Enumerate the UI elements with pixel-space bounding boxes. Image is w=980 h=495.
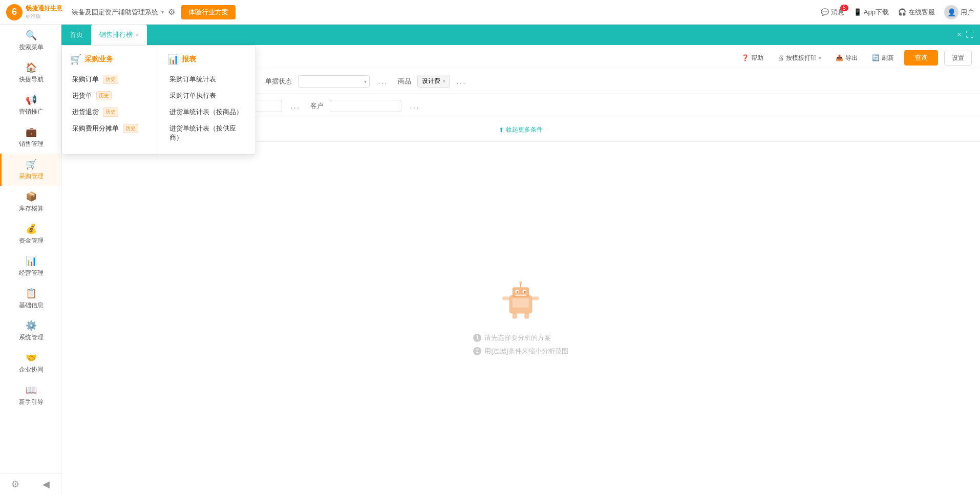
sidebar-bottom: ⚙ ◀	[0, 473, 61, 495]
tab-home[interactable]: 首页	[61, 25, 91, 45]
dropdown-item-receipt-stats-supplier[interactable]: 进货单统计表（按供应商）	[167, 120, 248, 146]
print-dropdown-arrow[interactable]: ▾	[819, 55, 821, 61]
empty-state-illustration	[498, 279, 544, 325]
collapse-label: 收起更多条件	[506, 125, 543, 134]
refresh-icon: 🔄	[872, 54, 880, 61]
query-button[interactable]: 查询	[904, 50, 938, 66]
guide-icon: 📖	[26, 384, 37, 396]
refresh-button[interactable]: 🔄 刷新	[868, 52, 898, 64]
history-tag-expense: 历史	[123, 124, 138, 133]
trial-button[interactable]: 体验行业方案	[181, 5, 236, 19]
svg-rect-12	[502, 296, 509, 300]
sidebar-item-label: 营销推广	[19, 107, 44, 116]
sidebar-item-nav[interactable]: 🏠 快捷导航	[0, 57, 61, 89]
dropdown-col-reports-header: 📊 报表	[167, 54, 248, 65]
tab-fullscreen-icon[interactable]: ⛶	[966, 30, 974, 39]
sidebar-item-purchase[interactable]: 🛒 采购管理	[0, 154, 61, 186]
settings-icon[interactable]: ⚙	[168, 7, 175, 17]
collapse-up-icon: ⬆	[499, 126, 504, 134]
tab-window-close-icon[interactable]: ×	[957, 30, 962, 39]
online-service-button[interactable]: 🎧 在线客服	[898, 8, 935, 17]
svg-rect-9	[513, 298, 529, 308]
empty-hint-2: 2 用[过滤]条件来缩小分析范围	[473, 345, 568, 358]
app-download-button[interactable]: 📱 App下载	[854, 8, 889, 17]
user-label: 用户	[961, 8, 974, 17]
phone-icon: 📱	[854, 8, 862, 16]
sidebar-item-marketing[interactable]: 📢 营销推广	[0, 89, 61, 121]
purchase-icon: 🛒	[26, 159, 37, 170]
marketing-icon: 📢	[26, 94, 37, 105]
basic-icon: 📋	[26, 288, 37, 299]
svg-point-5	[524, 291, 526, 293]
collapse-button[interactable]: ⬆ 收起更多条件	[499, 121, 543, 138]
svg-point-4	[517, 291, 519, 293]
enterprise-icon: 🤝	[26, 352, 37, 363]
tab-home-label: 首页	[70, 30, 83, 39]
dropdown-col-purchase-title: 采购业务	[84, 55, 113, 64]
refresh-label: 刷新	[882, 54, 894, 62]
tab-bar: 首页 销售排行榜 × × ⛶	[61, 25, 980, 45]
customer-select[interactable]	[330, 100, 401, 112]
avatar: 👤	[944, 5, 958, 19]
dropdown-item-purchase-return[interactable]: 进货退货 历史	[70, 104, 151, 120]
system-title-dropdown-arrow[interactable]: ▾	[161, 9, 164, 15]
message-button[interactable]: 💬 消息 5	[821, 8, 844, 17]
dropdown-item-purchase-expense[interactable]: 采购费用分摊单 历史	[70, 120, 151, 137]
sidebar-settings-icon[interactable]: ⚙	[11, 479, 19, 490]
svg-rect-6	[515, 295, 526, 296]
goods-tag-remove[interactable]: ×	[442, 78, 445, 84]
history-tag-return: 历史	[103, 107, 118, 117]
finance-icon: 💰	[26, 223, 37, 234]
export-button[interactable]: 📤 导出	[832, 52, 862, 64]
sidebar-item-search[interactable]: 🔍 搜索菜单	[0, 25, 61, 57]
tab-close-icon[interactable]: ×	[136, 32, 139, 38]
goods-dots[interactable]: ...	[456, 77, 466, 86]
customer-dots[interactable]: ...	[410, 101, 419, 111]
print-label: 按模板打印	[786, 54, 817, 62]
dropdown-item-order-execution[interactable]: 采购订单执行表	[167, 88, 248, 104]
empty-hint-1-text: 请先选择要分析的方案	[484, 331, 551, 345]
tab-sales-rank[interactable]: 销售排行榜 ×	[91, 25, 147, 45]
doc-status-label: 单据状态	[265, 77, 292, 86]
sidebar-item-label: 搜索菜单	[19, 43, 44, 52]
sidebar-collapse-icon[interactable]: ◀	[42, 479, 50, 490]
system-title-text: 装备及固定资产辅助管理系统	[72, 8, 158, 17]
sidebar: 🔍 搜索菜单 🏠 快捷导航 📢 营销推广 💼 销售管理 🛒 采购管理 📦 库存核…	[0, 25, 61, 495]
doc-status-dropdown-arrow: ▾	[364, 78, 367, 84]
message-icon: 💬	[821, 8, 829, 16]
settings-button[interactable]: 设置	[944, 51, 972, 66]
dropdown-item-receipt-stats-goods[interactable]: 进货单统计表（按商品）	[167, 104, 248, 120]
sidebar-item-label: 资金管理	[19, 236, 44, 245]
dropdown-item-label: 采购订单执行表	[169, 91, 216, 100]
help-icon: ❓	[741, 54, 749, 61]
doc-status-select[interactable]: ▾	[298, 75, 370, 88]
dropdown-item-purchase-order[interactable]: 采购订单 历史	[70, 71, 151, 88]
sidebar-item-enterprise[interactable]: 🤝 企业协同	[0, 347, 61, 379]
help-button[interactable]: ❓ 帮助	[737, 52, 768, 64]
dropdown-item-label: 进货退货	[72, 107, 99, 117]
sidebar-item-guide[interactable]: 📖 新手引导	[0, 379, 61, 412]
sidebar-item-label: 基础信息	[19, 301, 44, 310]
history-tag-receipt: 历史	[96, 91, 112, 100]
purchase-dropdown-menu: 🛒 采购业务 采购订单 历史 进货单 历史 进货退货 历史 采购费用分摊单 历史…	[61, 45, 256, 155]
salesman-dots[interactable]: ...	[290, 101, 300, 111]
sidebar-item-system[interactable]: ⚙️ 系统管理	[0, 315, 61, 347]
dropdown-col-reports: 📊 报表 采购订单统计表 采购订单执行表 进货单统计表（按商品） 进货单统计表（…	[159, 46, 256, 154]
print-button[interactable]: 🖨 按模板打印 ▾	[774, 52, 825, 64]
empty-state: 1 请先选择要分析的方案 2 用[过滤]条件来缩小分析范围	[61, 142, 980, 495]
online-service-label: 在线客服	[908, 8, 935, 17]
dropdown-item-purchase-receipt[interactable]: 进货单 历史	[70, 88, 151, 104]
sidebar-item-basic[interactable]: 📋 基础信息	[0, 283, 61, 315]
headset-icon: 🎧	[898, 8, 906, 16]
dropdown-col-purchase-header: 🛒 采购业务	[70, 54, 151, 65]
history-tag-purchase-order: 历史	[103, 75, 118, 84]
sidebar-item-sales[interactable]: 💼 销售管理	[0, 121, 61, 154]
doc-status-dots[interactable]: ...	[378, 77, 388, 86]
sidebar-item-finance[interactable]: 💰 资金管理	[0, 218, 61, 250]
system-title-area: 装备及固定资产辅助管理系统 ▾	[72, 8, 164, 17]
print-icon: 🖨	[778, 54, 784, 61]
sidebar-item-inventory[interactable]: 📦 库存核算	[0, 186, 61, 218]
sidebar-item-operations[interactable]: 📊 经营管理	[0, 250, 61, 283]
user-area[interactable]: 👤 用户	[944, 5, 974, 19]
dropdown-item-order-stats[interactable]: 采购订单统计表	[167, 71, 248, 88]
